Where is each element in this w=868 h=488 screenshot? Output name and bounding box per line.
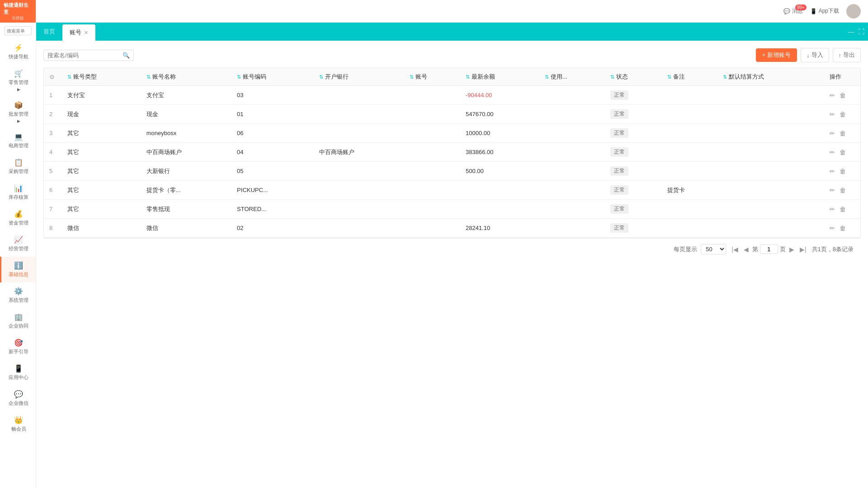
tab-home[interactable]: 首页 xyxy=(36,23,62,41)
sidebar-item-label: 基础信息 xyxy=(9,271,28,278)
row-account xyxy=(404,219,460,238)
sidebar-item-retail[interactable]: 🛒 零售管理 ▶ xyxy=(0,65,36,96)
wholesale-icon: 📦 xyxy=(14,101,23,109)
app-download-button[interactable]: 📱 App下载 xyxy=(810,7,839,15)
col-code[interactable]: ⇅账号编码 xyxy=(231,68,314,86)
row-code: 05 xyxy=(231,162,314,181)
delete-button[interactable]: 🗑 xyxy=(840,206,846,213)
page-number-input[interactable] xyxy=(760,244,778,254)
newbie-icon: 🎯 xyxy=(14,338,23,347)
prev-page-button[interactable]: ◀ xyxy=(742,245,750,254)
message-badge: 99+ xyxy=(795,5,807,10)
delete-button[interactable]: 🗑 xyxy=(840,92,846,99)
delete-button[interactable]: 🗑 xyxy=(840,225,846,232)
first-page-button[interactable]: |◀ xyxy=(730,245,740,254)
row-default-pay xyxy=(717,105,824,124)
edit-button[interactable]: ✏ xyxy=(830,168,835,175)
import-button[interactable]: ↓ 导入 xyxy=(801,48,829,62)
sidebar-item-enterprise[interactable]: 🏢 企业协同 xyxy=(0,308,36,334)
sidebar-item-newbie[interactable]: 🎯 新手引导 xyxy=(0,334,36,360)
col-usage-label: 使用... xyxy=(551,73,567,80)
search-input[interactable] xyxy=(47,52,120,59)
row-actions: ✏ 🗑 xyxy=(824,162,860,181)
col-action-label: 操作 xyxy=(830,73,841,80)
search-icon[interactable]: 🔍 xyxy=(123,52,130,59)
tab-close-icon[interactable]: ✕ xyxy=(84,30,88,36)
delete-button[interactable]: 🗑 xyxy=(840,168,846,175)
edit-button[interactable]: ✏ xyxy=(830,130,835,137)
top-header: 💬 消息 99+ 📱 App下载 xyxy=(36,0,868,23)
next-page-button[interactable]: ▶ xyxy=(788,245,796,254)
sidebar-item-search[interactable] xyxy=(0,23,36,39)
tab-account-label: 账号 xyxy=(70,28,81,37)
row-actions: ✏ 🗑 xyxy=(824,181,860,200)
sidebar-item-operation[interactable]: 📈 经营管理 xyxy=(0,231,36,257)
row-account xyxy=(404,86,460,105)
tab-minimize-icon[interactable]: — xyxy=(848,28,854,35)
app-download-label: App下载 xyxy=(819,7,839,15)
col-account[interactable]: ⇅账号 xyxy=(404,68,460,86)
col-code-label: 账号编码 xyxy=(243,73,266,80)
row-default-pay xyxy=(717,181,824,200)
delete-button[interactable]: 🗑 xyxy=(840,111,846,118)
tab-account[interactable]: 账号 ✕ xyxy=(62,24,95,41)
col-note-label: 备注 xyxy=(673,73,685,80)
row-num: 8 xyxy=(44,219,62,238)
col-usage[interactable]: ⇅使用... xyxy=(539,68,605,86)
col-balance[interactable]: ⇅最新余额 xyxy=(460,68,539,86)
export-button[interactable]: ↑ 导出 xyxy=(833,48,861,62)
edit-button[interactable]: ✏ xyxy=(830,206,835,213)
user-avatar[interactable] xyxy=(846,4,861,19)
delete-button[interactable]: 🗑 xyxy=(840,149,846,156)
sidebar-item-finance[interactable]: 💰 资金管理 xyxy=(0,205,36,231)
toolbar: 🔍 + 新增账号 ↓ 导入 ↑ 导出 xyxy=(43,48,861,62)
col-bank[interactable]: ⇅开户银行 xyxy=(314,68,404,86)
add-account-button[interactable]: + 新增账号 xyxy=(756,48,797,62)
per-page-label: 每页显示 xyxy=(674,245,697,253)
sidebar-item-label: 库存核算 xyxy=(9,194,28,201)
row-type: 微信 xyxy=(62,219,141,238)
edit-button[interactable]: ✏ xyxy=(830,225,835,232)
sidebar-item-inventory[interactable]: 📊 库存核算 xyxy=(0,179,36,205)
sidebar-item-wholesale[interactable]: 📦 批发管理 ▶ xyxy=(0,96,36,128)
sidebar-item-label: 经营管理 xyxy=(9,245,28,252)
col-default-pay-label: 默认结算方式 xyxy=(729,73,764,80)
import-icon: ↓ xyxy=(807,52,810,59)
row-bank xyxy=(314,181,404,200)
sidebar-item-purchase[interactable]: 📋 采购管理 xyxy=(0,154,36,179)
tab-expand-icon[interactable]: ⛶ xyxy=(858,28,864,35)
col-type[interactable]: ⇅账号类型 xyxy=(62,68,141,86)
sidebar-item-wechat[interactable]: 💬 企业微信 xyxy=(0,385,36,411)
col-note[interactable]: ⇅备注 xyxy=(662,68,718,86)
row-usage xyxy=(539,162,605,181)
sidebar: 畅捷通财生意 乐橙版 ⚡ 快捷导航 🛒 零售管理 ▶ 📦 批发管理 ▶ 💻 电商… xyxy=(0,0,36,488)
col-status[interactable]: ⇅状态 xyxy=(605,68,662,86)
sidebar-search-input[interactable] xyxy=(5,26,32,35)
edit-button[interactable]: ✏ xyxy=(830,111,835,118)
edit-button[interactable]: ✏ xyxy=(830,92,835,99)
sidebar-item-system[interactable]: ⚙️ 系统管理 xyxy=(0,282,36,308)
message-button[interactable]: 💬 消息 99+ xyxy=(783,7,803,15)
page-suffix: 页 xyxy=(780,245,786,253)
delete-button[interactable]: 🗑 xyxy=(840,187,846,194)
row-name: 大新银行 xyxy=(141,162,231,181)
app-logo: 畅捷通财生意 乐橙版 xyxy=(0,0,36,23)
row-code: PICKUPC... xyxy=(231,181,314,200)
sidebar-item-shortcut[interactable]: ⚡ 快捷导航 xyxy=(0,39,36,65)
row-type: 其它 xyxy=(62,200,141,219)
per-page-select[interactable]: 50 100 200 xyxy=(701,244,726,254)
delete-button[interactable]: 🗑 xyxy=(840,130,846,137)
sidebar-item-basic[interactable]: ℹ️ 基础信息 xyxy=(0,257,36,282)
tab-home-label: 首页 xyxy=(43,28,55,36)
sidebar-item-app-center[interactable]: 📱 应用中心 xyxy=(0,360,36,385)
edit-button[interactable]: ✏ xyxy=(830,149,835,156)
row-usage xyxy=(539,219,605,238)
col-gear[interactable]: ⚙ xyxy=(44,68,62,86)
row-balance: 28241.10 xyxy=(460,219,539,238)
sidebar-item-vip[interactable]: 👑 畅会员 xyxy=(0,411,36,437)
edit-button[interactable]: ✏ xyxy=(830,187,835,194)
last-page-button[interactable]: ▶| xyxy=(798,245,808,254)
col-name[interactable]: ⇅账号名称 xyxy=(141,68,231,86)
sidebar-item-ecommerce[interactable]: 💻 电商管理 xyxy=(0,128,36,154)
col-default-pay[interactable]: ⇅默认结算方式 xyxy=(717,68,824,86)
